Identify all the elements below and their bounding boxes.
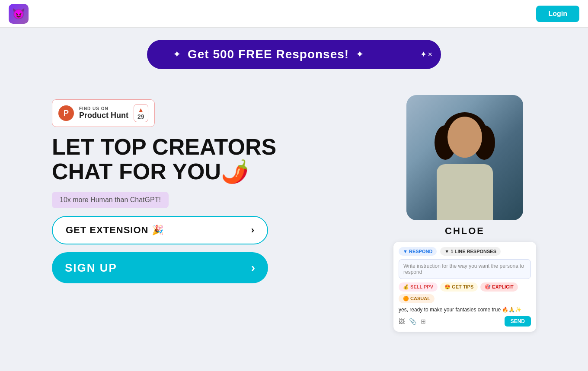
signup-arrow-icon: ›	[251, 261, 255, 275]
casual-button[interactable]: 🟠 CASUAL	[399, 294, 435, 303]
chat-action-buttons: 💰 SELL PPV 😍 GET TIPS 🎯 EXPLICIT 🟠 CASUA…	[399, 282, 531, 303]
banner-text: Get 500 FREE Responses!	[188, 48, 349, 61]
chat-ui-panel: ▼ RESPOND ▼ 1 LINE RESPONSES Write instr…	[393, 242, 536, 332]
respond-tab[interactable]: ▼ RESPOND	[399, 247, 437, 256]
body-shape	[437, 164, 493, 220]
app-logo: 😈	[9, 4, 29, 24]
extension-arrow-icon: ›	[251, 225, 254, 236]
promo-banner-wrapper: ✦ Get 500 FREE Responses! ✦ ✦×	[0, 28, 588, 78]
sparkle-left-icon: ✦	[173, 49, 181, 60]
login-button[interactable]: Login	[536, 6, 579, 22]
hero-headline: LET TOP CREATORS CHAT FOR YOU🌶️	[52, 135, 368, 184]
link-icon[interactable]: 📎	[409, 318, 416, 325]
header: 😈 Login	[0, 0, 588, 28]
banner-close-button[interactable]: ✦×	[420, 50, 432, 59]
get-extension-label: GET EXTENSION 🎉	[66, 225, 164, 236]
vote-count-badge: ▲ 29	[134, 104, 148, 122]
product-hunt-badge[interactable]: P FIND US ON Product Hunt ▲ 29	[52, 99, 155, 127]
sign-up-button[interactable]: SIGN UP ›	[52, 252, 268, 283]
product-hunt-logo: P	[58, 105, 74, 121]
head-shape	[447, 117, 482, 158]
image-icon[interactable]: 🖼	[399, 318, 405, 325]
left-column: P FIND US ON Product Hunt ▲ 29 LET TOP C…	[52, 95, 368, 283]
chat-tabs-row: ▼ RESPOND ▼ 1 LINE RESPONSES	[399, 247, 531, 256]
vote-arrow-icon: ▲	[138, 106, 144, 113]
chat-attachment-icons: 🖼 📎 ⊞	[399, 318, 426, 325]
promo-banner: ✦ Get 500 FREE Responses! ✦ ✦×	[147, 40, 441, 69]
one-line-responses-tab[interactable]: ▼ 1 LINE RESPONSES	[440, 247, 501, 256]
chat-bottom-row: 🖼 📎 ⊞ SEND	[399, 316, 531, 327]
send-button[interactable]: SEND	[505, 316, 531, 327]
right-column: CHLOE ▼ RESPOND ▼ 1 LINE RESPONSES Write…	[393, 95, 536, 332]
sparkle-right-icon: ✦	[356, 49, 364, 60]
hero-subtext: 10x more Human than ChatGPT!	[52, 192, 169, 208]
product-hunt-text: FIND US ON Product Hunt	[79, 106, 128, 120]
vote-count: 29	[137, 113, 144, 120]
grid-icon[interactable]: ⊞	[421, 318, 426, 325]
creator-photo	[406, 95, 523, 220]
find-us-label: FIND US ON	[79, 106, 128, 111]
main-content: P FIND US ON Product Hunt ▲ 29 LET TOP C…	[0, 78, 588, 332]
product-hunt-name: Product Hunt	[79, 111, 128, 120]
get-tips-button[interactable]: 😍 GET TIPS	[440, 282, 478, 292]
creator-person-illustration	[422, 108, 508, 220]
sign-up-label: SIGN UP	[65, 261, 117, 275]
sell-ppv-button[interactable]: 💰 SELL PPV	[399, 282, 438, 292]
explicit-button[interactable]: 🎯 EXPLICIT	[480, 282, 518, 292]
headline-line2: CHAT FOR YOU🌶️	[52, 159, 368, 184]
get-extension-button[interactable]: GET EXTENSION 🎉 ›	[52, 216, 268, 244]
creator-name: CHLOE	[445, 225, 485, 237]
chat-response-text: yes, ready to make your fantasies come t…	[399, 307, 531, 313]
headline-line1: LET TOP CREATORS	[52, 135, 368, 159]
chat-instruction-input[interactable]: Write instruction for the way you want t…	[399, 259, 531, 279]
